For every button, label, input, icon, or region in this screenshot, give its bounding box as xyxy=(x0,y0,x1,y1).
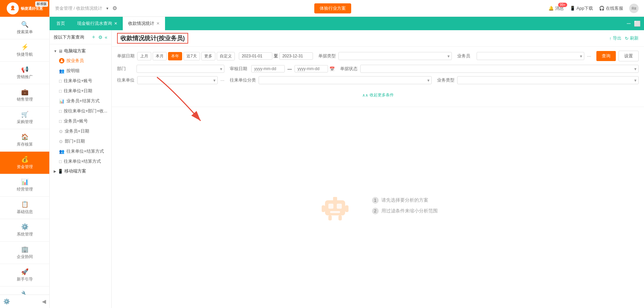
salesperson-account-icon: □ xyxy=(59,119,62,124)
sidebar-item-quicknav[interactable]: ⚡ 快捷导航 xyxy=(0,39,49,62)
date-to-input[interactable] xyxy=(279,52,313,60)
dept-select[interactable] xyxy=(137,65,224,73)
svg-rect-2 xyxy=(325,200,345,215)
partner-label: 往来单位 xyxy=(117,77,135,83)
svg-rect-5 xyxy=(330,211,340,213)
tree-item-dept-date[interactable]: ⊙ 部门+日期 xyxy=(50,136,111,146)
tree-item-by-detail[interactable]: 👥 按明细 xyxy=(50,66,111,76)
tree-item-partner-account[interactable]: □ 往来单位+账号 xyxy=(50,76,111,86)
refresh-icon: ↻ xyxy=(625,36,629,41)
tree-item-partner-date[interactable]: □ 往来单位+日期 xyxy=(50,86,111,96)
audit-to-input[interactable] xyxy=(294,65,328,72)
tree-item-partner-dept-collect[interactable]: □ 按往来单位+部门+收... xyxy=(50,106,111,116)
topbar-dropdown-icon[interactable]: ▾ xyxy=(106,6,108,11)
date-btn-this-year[interactable]: 本年 xyxy=(168,52,182,60)
tab-bank[interactable]: 现金银行流水查询 ✕ xyxy=(72,17,123,30)
sidebar-item-sales[interactable]: 💼 销售管理 xyxy=(0,84,49,107)
tab-home[interactable]: 首页 xyxy=(50,17,72,30)
sidebar-item-search[interactable]: 🔍 搜索菜单 xyxy=(0,17,49,39)
partner-category-select[interactable] xyxy=(259,76,432,84)
salesperson-more-dots[interactable]: ··· xyxy=(587,53,591,59)
biz-type-select[interactable] xyxy=(457,76,639,84)
app-download-btn[interactable]: 📱 App下载 xyxy=(570,5,593,11)
user-avatar[interactable]: Rit xyxy=(629,4,639,13)
content-area: 按以下方案查询 ＋ ⚙ « ▼ 🖥 电脑端方案 xyxy=(50,30,644,308)
search-row-3: 往来单位 ··· 往来单位分类 业务类型 xyxy=(117,76,639,84)
collapse-panel-btn[interactable]: « xyxy=(105,35,107,40)
tab-receipt[interactable]: 收款情况统计 ✕ xyxy=(123,17,165,30)
mobile-icon: 📱 xyxy=(58,169,63,174)
salesperson-settle-icon: 📊 xyxy=(59,99,64,104)
query-btn[interactable]: 查询 xyxy=(596,51,616,61)
tab-minimize-icon[interactable]: ─ xyxy=(627,20,631,27)
doc-status-select[interactable] xyxy=(360,65,639,73)
app-download-label: App下载 xyxy=(577,5,593,11)
salesperson-select[interactable] xyxy=(477,52,584,60)
settings-btn[interactable]: 设置 xyxy=(619,51,639,61)
tree-item-partner-settle2[interactable]: □ 往来单位+结算方式 xyxy=(50,156,111,166)
sidebar-item-enterprise[interactable]: 🏢 企业协同 xyxy=(0,242,49,264)
calendar-icon[interactable]: 📅 xyxy=(329,66,335,71)
tree-item-salesperson-date[interactable]: ⊙ 业务员+日期 xyxy=(50,126,111,136)
message-badge: 99+ xyxy=(558,3,567,7)
sidebar-item-guide[interactable]: 🚀 新手引导 xyxy=(0,264,49,287)
sidebar-item-basic[interactable]: 📋 基础信息 xyxy=(0,197,49,219)
biz-type-label: 业务类型 xyxy=(437,77,454,83)
refresh-btn[interactable]: ↻ 刷新 xyxy=(625,35,639,41)
export-btn[interactable]: ↑ 导出 xyxy=(609,35,622,41)
finance-icon: 💰 xyxy=(21,156,29,163)
topbar-gear-icon[interactable]: ⚙ xyxy=(112,5,117,11)
sidebar-item-hardware[interactable]: 🔧 智能硬件 xyxy=(0,287,49,295)
sidebar-item-finance[interactable]: 💰 资金管理 xyxy=(0,152,49,174)
message-btn[interactable]: 🔔 消息 99+ xyxy=(548,5,564,11)
date-btn-custom[interactable]: 自定义 xyxy=(217,52,235,60)
quicknav-icon: ⚡ xyxy=(21,43,29,51)
tree-item-salesperson-account[interactable]: □ 业务员+账号 xyxy=(50,116,111,126)
dept-select-wrapper xyxy=(137,65,224,73)
date-btn-this-month[interactable]: 本月 xyxy=(153,52,167,60)
trial-btn[interactable]: 体验行业方案 xyxy=(314,3,351,13)
audit-from-input[interactable] xyxy=(251,65,285,72)
date-btn-7days[interactable]: 近7天 xyxy=(183,52,200,60)
tab-bank-close-icon[interactable]: ✕ xyxy=(114,21,117,26)
sidebar-item-marketing[interactable]: 📢 营销推广 xyxy=(0,62,49,84)
svg-rect-3 xyxy=(328,204,333,209)
tree-group-desktop-label: 电脑端方案 xyxy=(64,48,86,54)
basic-icon: 📋 xyxy=(21,201,29,208)
partner-select[interactable] xyxy=(137,76,218,84)
tree-item-partner-settle1[interactable]: 👥 往来单位+结算方式 xyxy=(50,146,111,156)
sidebar-label-purchase: 采购管理 xyxy=(17,119,33,125)
add-scheme-btn[interactable]: ＋ xyxy=(91,34,96,41)
sidebar-footer: ⚙️ ◀ xyxy=(0,295,49,308)
biz-type-field: 业务类型 xyxy=(437,76,639,84)
salesperson-active-icon xyxy=(59,58,64,63)
sidebar-item-system[interactable]: ⚙️ 系统管理 xyxy=(0,219,49,242)
tree-item-partner-dept-label: 按往来单位+部门+收... xyxy=(64,108,107,114)
left-panel-tree: ▼ 🖥 电脑端方案 按业务员 👥 按明细 xyxy=(50,44,111,308)
date-btn-last-month[interactable]: 上月 xyxy=(137,52,151,60)
logo-icon xyxy=(7,2,19,14)
tab-receipt-close-icon[interactable]: ✕ xyxy=(156,21,160,26)
date-options: 上月 本月 本年 近7天 更多 自定义 xyxy=(137,52,235,60)
collapse-conditions-btn[interactable]: ∧∧ 收起更多条件 xyxy=(360,90,396,100)
partner-more-dots[interactable]: ··· xyxy=(220,78,224,83)
tree-group-desktop-header[interactable]: ▼ 🖥 电脑端方案 xyxy=(50,46,111,56)
tab-maximize-icon[interactable]: ⬜ xyxy=(634,20,641,27)
svg-rect-10 xyxy=(338,215,342,220)
date-separator: 至 xyxy=(274,53,278,59)
collapse-row: ∧∧ 收起更多条件 xyxy=(117,88,639,103)
tree-item-by-salesperson[interactable]: 按业务员 xyxy=(50,56,111,66)
date-btn-more[interactable]: 更多 xyxy=(201,52,215,60)
sidebar-collapse-btn[interactable]: ◀ xyxy=(42,298,46,305)
tree-group-mobile-header[interactable]: ▶ 📱 移动端方案 xyxy=(50,166,111,176)
dept-field: 部门 xyxy=(117,65,224,73)
manage-scheme-btn[interactable]: ⚙ xyxy=(98,35,103,40)
doc-type-select[interactable] xyxy=(338,52,452,60)
sidebar-settings-btn[interactable]: ⚙️ xyxy=(3,298,10,305)
online-service-btn[interactable]: 🎧 在线客服 xyxy=(599,5,623,11)
sidebar-item-inventory[interactable]: 🏠 库存核算 xyxy=(0,129,49,152)
sidebar-item-operation[interactable]: 📊 经营管理 xyxy=(0,174,49,197)
tree-item-salesperson-settle[interactable]: 📊 业务员+结算方式 xyxy=(50,96,111,106)
date-from-input[interactable] xyxy=(239,52,272,60)
sidebar-item-purchase[interactable]: 🛒 采购管理 xyxy=(0,107,49,129)
